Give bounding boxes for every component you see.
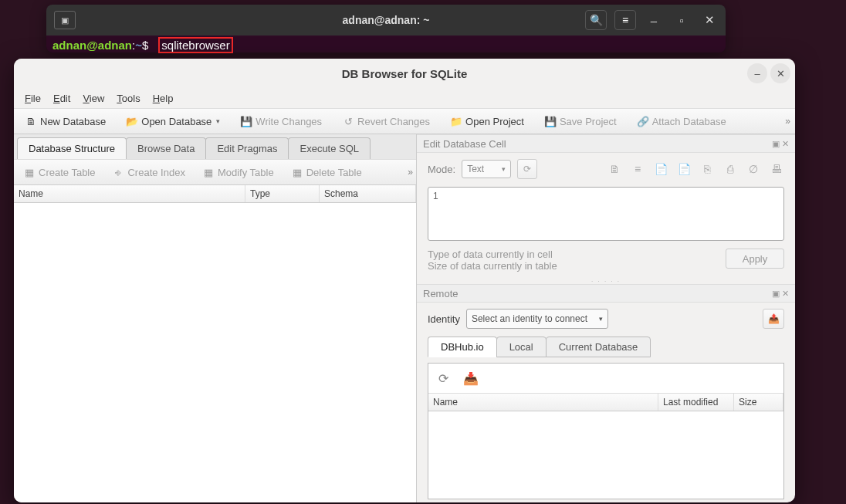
tab-database-structure[interactable]: Database Structure	[17, 137, 127, 159]
col-last-modified[interactable]: Last modified	[658, 394, 734, 411]
attach-database-button: 🔗Attach Database	[632, 113, 731, 130]
tab-current-database[interactable]: Current Database	[546, 337, 651, 357]
write-changes-button: 💾Write Changes	[235, 113, 327, 130]
structure-tree[interactable]	[14, 203, 416, 502]
mode-select[interactable]: Text▾	[462, 160, 511, 178]
remote-header: Remote ▣✕	[417, 284, 795, 303]
open-project-icon: 📁	[450, 115, 462, 127]
cell-content-textarea[interactable]: 1	[428, 187, 784, 241]
tab-local[interactable]: Local	[496, 337, 547, 357]
format-icon[interactable]: ⟳	[517, 159, 537, 179]
menu-edit[interactable]: Edit	[49, 91, 75, 106]
align-icon[interactable]: ≡	[630, 161, 645, 177]
push-icon[interactable]: 📤	[763, 309, 784, 329]
document-icon[interactable]: 🗎	[607, 161, 622, 177]
tab-dbhub[interactable]: DBHub.io	[428, 337, 497, 357]
print-icon[interactable]: 🖶	[769, 161, 784, 177]
paste-icon[interactable]: ⎙	[722, 161, 738, 177]
open-db-icon: 📂	[126, 115, 138, 127]
save-project-icon: 💾	[544, 115, 557, 127]
remote-panel: Identity Select an identity to connect▾ …	[417, 303, 795, 502]
menu-file[interactable]: File	[20, 91, 46, 106]
open-database-button[interactable]: 📂Open Database▾	[121, 113, 225, 130]
revert-changes-button: ↺Revert Changes	[337, 113, 435, 130]
menu-help[interactable]: Help	[148, 91, 178, 106]
db-browser-window: DB Browser for SQLite – ✕ File Edit View…	[14, 59, 795, 502]
new-database-button[interactable]: 🗎New Database	[20, 113, 110, 130]
db-title: DB Browser for SQLite	[342, 67, 468, 80]
terminal-tab-icon[interactable]: ▣	[54, 11, 76, 29]
right-pane: Edit Database Cell ▣✕ Mode: Text▾ ⟳ 🗎 ≡ …	[417, 134, 795, 502]
col-type[interactable]: Type	[245, 185, 320, 202]
detach-icon[interactable]: ▣	[772, 289, 780, 299]
remote-tabs: DBHub.io Local Current Database	[428, 337, 784, 357]
search-icon[interactable]: 🔍	[585, 10, 607, 30]
menu-icon[interactable]: ≡	[614, 10, 636, 30]
terminal-controls: 🔍 ≡ – ▫ ✕	[585, 10, 719, 30]
main-tabs: Database Structure Browse Data Edit Prag…	[14, 134, 416, 159]
minimize-button[interactable]: –	[747, 63, 767, 83]
toolbar-overflow[interactable]: »	[785, 116, 789, 127]
index-icon: ⎆	[112, 166, 124, 178]
cell-size-info: Size of data currently in table	[428, 260, 557, 272]
revert-icon: ↺	[342, 115, 354, 127]
splitter[interactable]: · · · · ·	[417, 278, 795, 284]
mode-label: Mode:	[428, 164, 455, 175]
modify-table-button: ▦Modify Table	[198, 164, 279, 181]
close-button[interactable]: ✕	[770, 63, 790, 83]
save-project-button: 💾Save Project	[540, 113, 621, 130]
apply-button: Apply	[726, 249, 784, 269]
close-panel-icon[interactable]: ✕	[782, 139, 789, 149]
terminal-content[interactable]: adnan@adnan:~$ sqlitebrowser	[46, 36, 726, 56]
refresh-icon[interactable]: ⟳	[435, 370, 452, 387]
remote-list[interactable]	[428, 411, 783, 499]
prompt-host: adnan	[98, 39, 132, 52]
modify-icon: ▦	[202, 166, 215, 178]
edit-cell-header: Edit Database Cell ▣✕	[417, 134, 795, 153]
tab-edit-pragmas[interactable]: Edit Pragmas	[205, 137, 289, 159]
delete-icon: ▦	[291, 166, 303, 178]
workarea: Database Structure Browse Data Edit Prag…	[14, 134, 795, 502]
left-pane: Database Structure Browse Data Edit Prag…	[14, 134, 417, 502]
import-icon[interactable]: 📄	[676, 161, 692, 177]
col-name[interactable]: Name	[428, 394, 658, 411]
tab-browse-data[interactable]: Browse Data	[126, 137, 206, 159]
col-name[interactable]: Name	[14, 185, 245, 202]
terminal-titlebar: ▣ adnan@adnan: ~ 🔍 ≡ – ▫ ✕	[46, 5, 726, 36]
open-project-button[interactable]: 📁Open Project	[445, 113, 529, 130]
structure-columns: Name Type Schema	[14, 185, 416, 203]
col-size[interactable]: Size	[734, 394, 783, 411]
terminal-window: ▣ adnan@adnan: ~ 🔍 ≡ – ▫ ✕ adnan@adnan:~…	[46, 5, 726, 52]
null-icon[interactable]: ∅	[746, 161, 761, 177]
delete-table-button: ▦Delete Table	[286, 164, 367, 181]
menu-view[interactable]: View	[78, 91, 109, 106]
save-icon: 💾	[240, 115, 252, 127]
remote-tab-body: ⟳ 📥 Name Last modified Size	[428, 363, 784, 499]
identity-label: Identity	[428, 313, 460, 325]
main-toolbar: 🗎New Database 📂Open Database▾ 💾Write Cha…	[14, 108, 795, 134]
cell-type-info: Type of data currently in cell	[428, 249, 557, 260]
close-button[interactable]: ✕	[699, 10, 719, 30]
edit-cell-panel: Mode: Text▾ ⟳ 🗎 ≡ 📄 📄 ⎘ ⎙ ∅ 🖶 1	[417, 153, 795, 278]
copy-icon[interactable]: ⎘	[699, 161, 715, 177]
table-icon: ▦	[23, 166, 36, 178]
tab-execute-sql[interactable]: Execute SQL	[288, 137, 371, 159]
clone-icon[interactable]: 📥	[462, 370, 479, 387]
maximize-button[interactable]: ▫	[672, 10, 692, 30]
export-icon[interactable]: 📄	[653, 161, 668, 177]
detach-icon[interactable]: ▣	[772, 139, 780, 149]
db-titlebar: DB Browser for SQLite – ✕	[14, 59, 795, 88]
col-schema[interactable]: Schema	[320, 185, 416, 202]
subtoolbar-overflow[interactable]: »	[408, 167, 411, 178]
minimize-button[interactable]: –	[644, 10, 664, 30]
create-table-button: ▦Create Table	[19, 164, 100, 181]
identity-select[interactable]: Select an identity to connect▾	[466, 309, 608, 329]
prompt-user: adnan	[52, 39, 86, 52]
menu-tools[interactable]: Tools	[112, 91, 144, 106]
close-panel-icon[interactable]: ✕	[782, 289, 789, 299]
new-db-icon: 🗎	[25, 115, 37, 127]
attach-icon: 🔗	[637, 115, 649, 127]
remote-list-columns: Name Last modified Size	[428, 393, 783, 411]
terminal-title: adnan@adnan: ~	[343, 14, 430, 26]
remote-title: Remote	[423, 288, 459, 299]
